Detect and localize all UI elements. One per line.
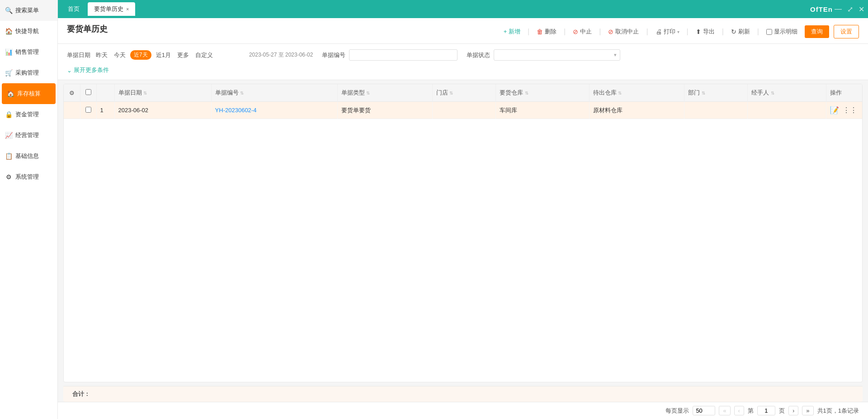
tab-home[interactable]: 首页: [61, 2, 86, 16]
last-page-button[interactable]: »: [802, 406, 813, 415]
page-size-select[interactable]: 50 10 20 100: [693, 406, 715, 415]
cell-store: [432, 102, 495, 119]
page-label: 第: [748, 407, 754, 415]
th-doc-date[interactable]: 单据日期 ⇅: [114, 84, 211, 102]
sidebar-item-inventory[interactable]: 🏠 库存核算: [2, 83, 56, 104]
row-checkbox[interactable]: [85, 107, 91, 113]
first-page-button[interactable]: «: [719, 406, 730, 415]
docno-input[interactable]: [349, 49, 458, 61]
sidebar-search-label: 搜索菜单: [15, 6, 39, 14]
th-handler[interactable]: 经手人 ⇅: [748, 84, 826, 102]
refresh-button[interactable]: ↻ 刷新: [728, 26, 753, 38]
cancel-stop-button[interactable]: ⊘ 取消中止: [605, 26, 642, 38]
page-size-label: 每页显示: [665, 407, 689, 415]
delete-button[interactable]: 🗑 删除: [534, 26, 559, 38]
th-doc-type[interactable]: 单据类型 ⇅: [337, 84, 432, 102]
th-store[interactable]: 门店 ⇅: [432, 84, 495, 102]
sort-icon: ⇅: [618, 90, 622, 95]
date-option-more[interactable]: 更多: [175, 50, 191, 60]
cell-handler: [748, 102, 826, 119]
prev-page-button[interactable]: ‹: [734, 406, 744, 415]
sidebar-item-basic[interactable]: 📋 基础信息: [0, 146, 57, 167]
page-content: 要货单历史 + 新增 | 🗑 删除 | ⊘ 中止 |: [58, 18, 868, 419]
basic-icon: 📋: [5, 152, 13, 160]
operation-icon: 📈: [5, 131, 13, 139]
sidebar-item-sales[interactable]: 📊 销售管理: [0, 42, 57, 62]
th-req-warehouse[interactable]: 要货仓库 ⇅: [495, 84, 589, 102]
sidebar-item-finance[interactable]: 🔒 资金管理: [0, 104, 57, 125]
maximize-button[interactable]: ⤢: [847, 5, 853, 14]
show-detail-button[interactable]: 显示明细: [764, 26, 800, 38]
tab-controls: — ⤢ ✕: [835, 5, 864, 14]
sort-icon: ⇅: [525, 90, 528, 95]
th-gear[interactable]: ⚙: [64, 84, 80, 102]
filter-row-1: 单据日期 昨天 今天 近7天 近1月 更多 自定义 2023-05-27 至 2…: [67, 49, 859, 61]
cell-check: [80, 102, 96, 119]
sidebar-item-label: 销售管理: [15, 48, 39, 56]
th-department[interactable]: 部门 ⇅: [684, 84, 747, 102]
settings-button[interactable]: 设置: [834, 25, 859, 38]
date-option-yesterday[interactable]: 昨天: [94, 50, 109, 60]
select-all-checkbox[interactable]: [85, 89, 91, 95]
tab-bar: 首页 要货单历史 × OfTEn — ⤢ ✕: [58, 0, 868, 18]
show-detail-checkbox[interactable]: [766, 29, 772, 35]
tab-close-icon[interactable]: ×: [126, 6, 129, 12]
next-page-button[interactable]: ›: [788, 406, 798, 415]
query-button[interactable]: 查询: [805, 25, 829, 38]
filter-date-group: 单据日期 昨天 今天 近7天 近1月 更多 自定义 2023-05-27 至 2…: [67, 50, 313, 60]
sidebar-item-operation[interactable]: 📈 经营管理: [0, 125, 57, 146]
page-unit: 页: [779, 407, 785, 415]
edit-action-icon[interactable]: 📝: [830, 106, 839, 114]
new-button[interactable]: + 新增: [501, 26, 523, 38]
sort-icon: ⇅: [240, 90, 244, 95]
sidebar-item-label: 快捷导航: [15, 27, 39, 35]
minimize-button[interactable]: —: [835, 5, 842, 13]
delete-icon: 🗑: [537, 28, 543, 35]
cancel-stop-icon: ⊘: [608, 28, 613, 35]
expand-more-button[interactable]: ⌄ 展开更多条件: [67, 66, 109, 74]
footer-sum-row: 合计：: [63, 386, 863, 402]
tab-requisition-history[interactable]: 要货单历史 ×: [88, 2, 135, 16]
cell-doc-no[interactable]: YH-20230602-4: [211, 102, 337, 119]
status-select[interactable]: [494, 49, 620, 61]
th-doc-no[interactable]: 单据编号 ⇅: [211, 84, 337, 102]
sidebar-item-label: 经营管理: [15, 131, 39, 139]
page-input[interactable]: [757, 406, 775, 415]
date-option-7days[interactable]: 近7天: [130, 50, 151, 60]
sales-icon: 📊: [5, 48, 13, 56]
stop-button[interactable]: ⊘ 中止: [570, 26, 594, 38]
more-action-icon[interactable]: ⋮⋮: [843, 106, 857, 114]
cell-actions: 📝 ⋮⋮: [826, 102, 862, 119]
date-option-today[interactable]: 今天: [112, 50, 127, 60]
inventory-icon: 🏠: [6, 90, 14, 98]
sidebar-item-label: 库存核算: [17, 90, 41, 98]
th-check: [80, 84, 96, 102]
cell-index: 1: [96, 102, 114, 119]
sidebar-item-quick-nav[interactable]: 🏠 快捷导航: [0, 21, 57, 42]
table-row: 1 2023-06-02 YH-20230602-4 要货单要货: [64, 102, 862, 119]
docno-filter-label: 单据编号: [322, 51, 345, 59]
export-button[interactable]: ⬆ 导出: [693, 26, 717, 38]
sidebar: 🔍 搜索菜单 🏠 快捷导航 📊 销售管理 🛒 采购管理 🏠 库存核算 🔒 资金管…: [0, 0, 58, 419]
date-option-1month[interactable]: 近1月: [154, 50, 173, 60]
print-button[interactable]: 🖨 打印 ▾: [653, 26, 682, 38]
sidebar-item-system[interactable]: ⚙ 系统管理: [0, 167, 57, 187]
cell-req-warehouse: 车间库: [495, 102, 589, 119]
cell-expand: [64, 102, 80, 119]
page-header: 要货单历史 + 新增 | 🗑 删除 | ⊘ 中止 |: [58, 18, 868, 44]
pagination: 每页显示 50 10 20 100 « ‹ 第 页 › » 共1页，1条记录: [58, 402, 868, 419]
th-pending-warehouse[interactable]: 待出仓库 ⇅: [589, 84, 684, 102]
sidebar-item-label: 采购管理: [15, 69, 39, 77]
filter-status-group: 单据状态: [467, 49, 620, 61]
cell-department: [684, 102, 747, 119]
sidebar-search[interactable]: 🔍 搜索菜单: [0, 0, 57, 21]
doc-no-link[interactable]: YH-20230602-4: [215, 107, 257, 114]
table-area: ⚙ 单据日期 ⇅ 单据编号 ⇅: [63, 84, 863, 382]
date-option-custom[interactable]: 自定义: [193, 50, 215, 60]
status-filter-label: 单据状态: [467, 51, 490, 59]
close-button[interactable]: ✕: [859, 5, 864, 14]
date-range-display: 2023-05-27 至 2023-06-02: [249, 51, 313, 59]
sidebar-item-purchase[interactable]: 🛒 采购管理: [0, 62, 57, 83]
stop-icon: ⊘: [573, 28, 578, 35]
sort-icon: ⇅: [143, 90, 147, 95]
